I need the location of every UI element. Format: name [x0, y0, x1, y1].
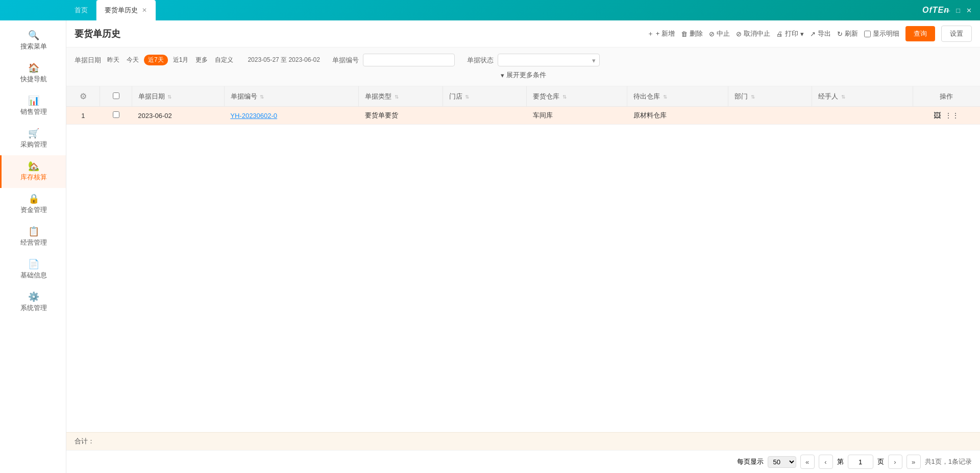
page-first-button[interactable]: « — [800, 455, 815, 469]
expand-more-button[interactable]: ▾ 展开更多条件 — [75, 70, 972, 80]
export-button[interactable]: ↗ 导出 — [810, 29, 831, 38]
col-date-label: 单据日期 — [138, 92, 165, 100]
table-settings-icon[interactable]: ⚙ — [80, 92, 87, 101]
delete-button[interactable]: 🗑 删除 — [681, 29, 703, 38]
delete-label: 删除 — [690, 29, 703, 38]
sidebar-item-operations-mgmt-label: 经营管理 — [20, 238, 47, 247]
row-no-link[interactable]: YH-20230602-0 — [230, 112, 277, 120]
sidebar-item-system-mgmt[interactable]: ⚙️ 系统管理 — [0, 286, 66, 319]
col-header-checkbox — [100, 86, 132, 107]
col-date-sort-icon[interactable]: ⇅ — [167, 94, 172, 100]
col-store-label: 门店 — [449, 92, 462, 100]
sales-mgmt-icon: 📊 — [28, 96, 39, 105]
select-all-checkbox[interactable] — [113, 92, 119, 99]
page-header: 要货单历史 ＋ + 新增 🗑 删除 ⊘ 中止 ⊘ 取消中止 — [66, 20, 980, 48]
doc-status-select-wrapper — [498, 54, 600, 66]
export-icon: ↗ — [810, 30, 816, 38]
row-checkbox[interactable] — [113, 111, 119, 118]
tab-home[interactable]: 首页 — [66, 0, 96, 20]
date-filter-label: 单据日期 — [75, 56, 101, 65]
new-button[interactable]: ＋ + 新增 — [647, 29, 675, 38]
table-body: 1 2023-06-02 YH-20230602-0 要货单要货 车间库 原材料… — [66, 107, 980, 125]
quick-nav-icon: 🏠 — [28, 63, 39, 73]
col-store-sort-icon[interactable]: ⇅ — [465, 94, 469, 100]
stop-label: 中止 — [717, 29, 730, 38]
print-button[interactable]: 🖨 打印 ▾ — [776, 29, 804, 38]
stop-button[interactable]: ⊘ 中止 — [709, 29, 730, 38]
shortcut-more[interactable]: 更多 — [193, 55, 210, 65]
tab-close-icon[interactable]: ✕ — [142, 7, 147, 14]
doc-status-filter: 单据状态 — [467, 54, 600, 66]
sidebar: 🔍 搜索菜单 🏠 快捷导航 📊 销售管理 🛒 采购管理 🏡 库存核算 🔒 资金管… — [0, 20, 66, 473]
window-controls: — □ ✕ — [943, 7, 972, 14]
print-dropdown-icon: ▾ — [800, 30, 804, 38]
date-range-display: 2023-05-27 至 2023-06-02 — [248, 56, 320, 64]
page-prev-button[interactable]: ‹ — [819, 455, 833, 469]
doc-no-filter: 单据编号 — [332, 54, 455, 66]
doc-no-input[interactable] — [363, 54, 455, 66]
shortcut-today[interactable]: 今天 — [125, 55, 141, 65]
shortcut-custom[interactable]: 自定义 — [213, 55, 235, 65]
doc-status-label: 单据状态 — [467, 56, 494, 65]
sidebar-item-sales-mgmt[interactable]: 📊 销售管理 — [0, 90, 66, 123]
shortcut-7days[interactable]: 近7天 — [144, 55, 168, 65]
shortcut-yesterday[interactable]: 昨天 — [105, 55, 121, 65]
doc-no-label: 单据编号 — [332, 56, 359, 65]
col-dept-sort-icon[interactable]: ⇅ — [751, 94, 755, 100]
show-detail-input[interactable] — [864, 31, 871, 37]
row-more-icon[interactable]: ⋮⋮ — [945, 111, 959, 120]
sidebar-item-quick-nav-label: 快捷导航 — [20, 75, 47, 84]
settings-button[interactable]: 设置 — [941, 26, 972, 42]
show-detail-checkbox[interactable]: 显示明细 — [864, 29, 899, 38]
refresh-button[interactable]: ↻ 刷新 — [837, 29, 858, 38]
delete-icon: 🗑 — [681, 30, 688, 38]
col-header-no: 单据编号 ⇅ — [224, 86, 358, 107]
sidebar-item-finance-mgmt[interactable]: 🔒 资金管理 — [0, 188, 66, 221]
pagination: 每页显示 50 10 20 100 « ‹ 第 页 › » 共1页，1条记录 — [66, 450, 980, 473]
page-size-select[interactable]: 50 10 20 100 — [768, 456, 796, 468]
col-type-sort-icon[interactable]: ⇅ — [395, 94, 399, 100]
row-action: 🖼 ⋮⋮ — [913, 107, 980, 125]
expand-down-icon: ▾ — [501, 72, 504, 79]
sidebar-item-sales-mgmt-label: 销售管理 — [20, 107, 47, 116]
col-req-wh-sort-icon[interactable]: ⇅ — [562, 94, 567, 100]
sidebar-item-search-menu[interactable]: 🔍 搜索菜单 — [0, 25, 66, 57]
sidebar-item-quick-nav[interactable]: 🏠 快捷导航 — [0, 57, 66, 90]
cancel-stop-button[interactable]: ⊘ 取消中止 — [736, 29, 770, 38]
export-label: 导出 — [818, 29, 831, 38]
col-handler-label: 经手人 — [818, 92, 838, 100]
col-header-type: 单据类型 ⇅ — [359, 86, 443, 107]
window-close[interactable]: ✕ — [966, 7, 972, 14]
doc-status-select[interactable] — [498, 54, 600, 66]
new-label: + 新增 — [656, 29, 675, 38]
page-size-label: 每页显示 — [737, 457, 764, 466]
row-view-icon[interactable]: 🖼 — [934, 111, 941, 120]
page-next-button[interactable]: › — [888, 455, 902, 469]
tab-requisition-history[interactable]: 要货单历史 ✕ — [96, 0, 156, 20]
page-jump-label: 第 — [837, 457, 844, 466]
col-no-sort-icon[interactable]: ⇅ — [260, 94, 264, 100]
page-number-input[interactable] — [848, 455, 873, 469]
base-info-icon: 📄 — [28, 259, 39, 269]
page-last-button[interactable]: » — [906, 455, 921, 469]
finance-mgmt-icon: 🔒 — [28, 194, 39, 203]
sidebar-item-inventory-calc[interactable]: 🏡 库存核算 — [0, 155, 66, 188]
shortcut-1month[interactable]: 近1月 — [171, 55, 191, 65]
page-label: 页 — [877, 457, 884, 466]
table-row[interactable]: 1 2023-06-02 YH-20230602-0 要货单要货 车间库 原材料… — [66, 107, 980, 125]
sidebar-item-base-info[interactable]: 📄 基础信息 — [0, 253, 66, 286]
cancel-stop-icon: ⊘ — [736, 30, 742, 38]
sidebar-item-purchase-mgmt[interactable]: 🛒 采购管理 — [0, 123, 66, 155]
sidebar-item-inventory-calc-label: 库存核算 — [20, 173, 47, 182]
window-maximize[interactable]: □ — [956, 7, 960, 14]
query-button[interactable]: 查询 — [905, 26, 935, 41]
col-out-wh-sort-icon[interactable]: ⇅ — [663, 94, 667, 100]
print-label: 打印 — [785, 29, 798, 38]
sidebar-item-operations-mgmt[interactable]: 📋 经营管理 — [0, 221, 66, 253]
system-mgmt-icon: ⚙️ — [28, 292, 39, 301]
window-minimize[interactable]: — — [943, 7, 950, 14]
col-handler-sort-icon[interactable]: ⇅ — [841, 94, 845, 100]
col-type-label: 单据类型 — [365, 92, 391, 100]
col-header-dept: 部门 ⇅ — [728, 86, 812, 107]
row-checkbox-cell — [100, 107, 132, 125]
